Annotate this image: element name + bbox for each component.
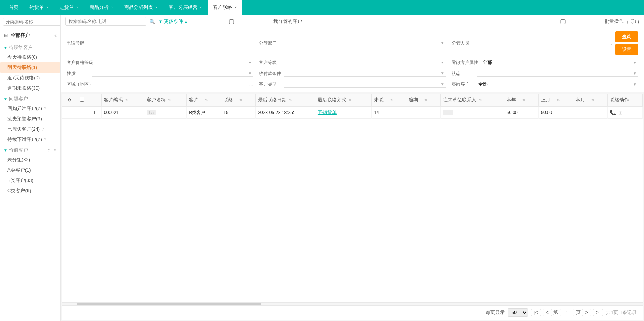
- sidebar-item-repurchase-abnormal[interactable]: 回购异常客户(2) ?: [0, 103, 60, 114]
- payment-select[interactable]: ▼: [284, 70, 445, 77]
- th-overdue[interactable]: 逾期... ⇅: [406, 94, 440, 107]
- phone-action-icon[interactable]: 📞: [610, 110, 616, 115]
- sidebar-all-customers[interactable]: ⊞ 全部客户 «: [0, 29, 60, 42]
- customer-level-arrow-icon: ▼: [441, 61, 444, 65]
- prev-page-button[interactable]: <: [543, 309, 552, 316]
- th-customer-type[interactable]: 客户... ⇅: [187, 94, 221, 107]
- td-settings: [62, 107, 77, 119]
- nav-product-analysis-list[interactable]: 商品分析列表 ×: [119, 0, 162, 15]
- th-last-contact-date[interactable]: 最后联络日期 ⇅: [256, 94, 315, 107]
- sidebar-item-class-c[interactable]: C类客户(6): [0, 186, 60, 196]
- nature-arrow-icon: ▼: [248, 71, 252, 75]
- th-last-month[interactable]: 上月... ⇅: [539, 94, 573, 107]
- region-more-icon[interactable]: …: [249, 82, 253, 87]
- sidebar-item-churned[interactable]: 已流失客户(24) ?: [0, 124, 60, 134]
- nav-customer-contact[interactable]: 客户联络 ×: [208, 0, 242, 15]
- sidebar-item-today-contact[interactable]: 今天待联络(0): [0, 52, 60, 62]
- td-action: 📞 ⊞: [608, 107, 643, 119]
- sort-this-year-icon: ⇅: [522, 98, 525, 102]
- sort-not-contacted-icon: ⇅: [390, 98, 393, 102]
- sidebar-item-class-b[interactable]: B类客户(33): [0, 175, 60, 186]
- sidebar-item-churn-warning[interactable]: 流失预警客户(3): [0, 114, 60, 124]
- close-customer-contact-icon[interactable]: ×: [234, 5, 237, 10]
- edit-icon[interactable]: ✎: [53, 148, 57, 153]
- close-product-analysis-list-icon[interactable]: ×: [155, 5, 157, 10]
- my-customers-checkbox[interactable]: [191, 19, 272, 24]
- th-action: 联络动作: [608, 94, 643, 107]
- nav-customer-tier[interactable]: 客户分层经营 ×: [164, 0, 207, 15]
- person-input[interactable]: [477, 39, 605, 47]
- sidebar-item-7days-contact[interactable]: 近7天待联络(0): [0, 73, 60, 83]
- th-this-month[interactable]: 本月... ⇅: [573, 94, 607, 107]
- set-button[interactable]: 设置: [615, 44, 638, 55]
- first-page-button[interactable]: |<: [531, 309, 541, 316]
- customer-type-select[interactable]: ▼: [284, 81, 445, 88]
- my-customers-checkbox-label[interactable]: 我分管的客户: [191, 18, 302, 25]
- page-size-select[interactable]: 50 100 200: [508, 308, 528, 317]
- close-purchase-order-icon[interactable]: ×: [76, 5, 78, 10]
- filter-row-customer-level: 客户等级 ▼: [259, 58, 445, 67]
- sidebar-search-input[interactable]: [3, 18, 61, 26]
- person-more-icon[interactable]: …: [608, 41, 612, 45]
- search-icon[interactable]: 🔍: [149, 19, 155, 24]
- th-last-contact-method[interactable]: 最后联络方式 ⇅: [315, 94, 371, 107]
- query-button[interactable]: 查询: [615, 31, 638, 42]
- search-input[interactable]: [65, 17, 146, 26]
- nav-purchase-order[interactable]: 进货单 ×: [54, 0, 83, 15]
- table-scroll[interactable]: ⚙ 客户编码 ⇅ 客户名称 ⇅: [62, 94, 643, 302]
- sidebar-item-tomorrow-contact[interactable]: 明天待联络(1): [0, 62, 60, 73]
- select-all-checkbox[interactable]: [80, 97, 84, 102]
- row-checkbox[interactable]: [80, 110, 84, 114]
- sidebar-item-overdue-contact[interactable]: 逾期未联络(30): [0, 83, 60, 93]
- nav-home[interactable]: 首页: [4, 0, 24, 15]
- more-conditions-button[interactable]: ▼ 更多条件 ▲: [158, 18, 188, 25]
- td-last-contact-method[interactable]: 下销货单: [315, 107, 371, 119]
- close-product-analysis-icon[interactable]: ×: [111, 5, 113, 10]
- scrollbar-thumb[interactable]: [77, 303, 261, 305]
- td-not-contacted: 14: [372, 107, 406, 119]
- nature-select[interactable]: ▼: [92, 70, 253, 77]
- close-customer-tier-icon[interactable]: ×: [200, 5, 202, 10]
- th-name[interactable]: 客户名称 ⇅: [144, 94, 187, 107]
- th-contacts[interactable]: 联络... ⇅: [221, 94, 255, 107]
- export-icon: ↑: [627, 19, 629, 24]
- page-number-input[interactable]: [560, 309, 574, 316]
- th-contact-person[interactable]: 往来单位联系人 ⇅: [441, 94, 504, 107]
- last-contact-method-link[interactable]: 下销货单: [318, 110, 337, 115]
- batch-operation-button[interactable]: 批量操作: [522, 18, 624, 25]
- th-settings[interactable]: ⚙: [62, 94, 77, 107]
- close-sales-order-icon[interactable]: ×: [46, 5, 48, 10]
- next-page-button[interactable]: >: [582, 309, 591, 316]
- th-code[interactable]: 客户编码 ⇅: [102, 94, 144, 107]
- td-index: 1: [91, 107, 102, 119]
- nav-sales-order[interactable]: 销货单 ×: [24, 0, 53, 15]
- th-this-year[interactable]: 本年... ⇅: [504, 94, 538, 107]
- collapse-icon[interactable]: «: [54, 33, 57, 38]
- nav-product-analysis[interactable]: 商品分析 ×: [84, 0, 118, 15]
- top-navigation: 首页 销货单 × 进货单 × 商品分析 × 商品分析列表 × 客户分层经营 × …: [0, 0, 644, 15]
- refresh-icon[interactable]: ↻: [47, 148, 50, 153]
- last-page-button[interactable]: >|: [593, 309, 603, 316]
- price-level-select[interactable]: ▼: [96, 59, 253, 66]
- sidebar-item-class-a[interactable]: A类客户(1): [0, 165, 60, 175]
- sort-code-icon: ⇅: [125, 98, 128, 102]
- phone-input[interactable]: [92, 39, 253, 47]
- sidebar-item-ungrouped[interactable]: 未分组(32): [0, 155, 60, 165]
- chevron-up-icon: ▲: [184, 20, 188, 24]
- batch-checkbox[interactable]: [522, 19, 603, 24]
- horizontal-scrollbar[interactable]: [62, 302, 643, 305]
- td-customer-type: B类客户: [187, 107, 221, 119]
- price-level-arrow-icon: ▼: [248, 61, 252, 65]
- status-select[interactable]: ▼: [477, 70, 638, 77]
- retail-attr-select[interactable]: 全部 ▼: [481, 58, 638, 67]
- grid-action-icon[interactable]: ⊞: [618, 110, 623, 115]
- filter-row-retail-customer: 零散客户 全部 ▼: [452, 80, 638, 89]
- export-button[interactable]: ↑ 导出: [627, 18, 640, 25]
- main-content: 🔍 ▼ 更多条件 ▲ 我分管的客户 批量操作 ↑ 导出: [61, 15, 644, 321]
- th-not-contacted[interactable]: 未联... ⇅: [372, 94, 406, 107]
- customer-level-select[interactable]: ▼: [284, 59, 445, 66]
- retail-customer-select[interactable]: 全部 ▼: [477, 80, 638, 89]
- region-input[interactable]: [96, 80, 246, 88]
- dept-select[interactable]: ▼: [284, 40, 445, 46]
- sidebar-item-declining[interactable]: 持续下滑客户(2) ?: [0, 134, 60, 145]
